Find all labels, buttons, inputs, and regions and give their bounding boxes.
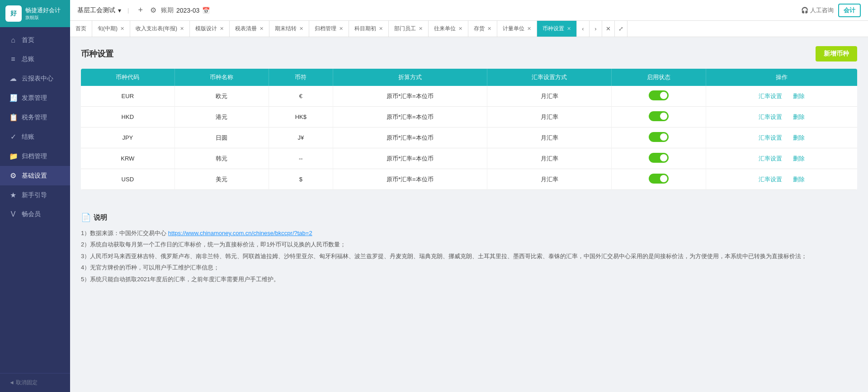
sidebar-item-tax[interactable]: 📋 税务管理 <box>0 108 70 127</box>
rate-setting-link-1[interactable]: 汇率设置 <box>759 113 782 120</box>
sidebar-item-reports[interactable]: ☁ 云报表中心 <box>0 69 70 88</box>
toggle-track-4 <box>649 174 669 184</box>
tab-inventory[interactable]: 存货✕ <box>468 21 497 37</box>
cell-rate-type-1: 月汇率 <box>487 107 611 128</box>
delete-link-2[interactable]: 删除 <box>793 134 805 141</box>
tabs-prev-button[interactable]: ‹ <box>577 21 590 37</box>
tab-close-contact[interactable]: ✕ <box>458 26 462 32</box>
toggle-thumb-2 <box>660 133 667 141</box>
cell-symbol-2: J¥ <box>269 128 333 148</box>
col-code: 币种代码 <box>81 69 175 86</box>
tab-label-inventory: 存货 <box>474 25 485 33</box>
tab-tax_clear[interactable]: 税表清册✕ <box>230 21 269 37</box>
sidebar-item-member[interactable]: V 畅会员 <box>0 205 70 224</box>
cell-toggle-0[interactable] <box>612 86 706 107</box>
delete-link-0[interactable]: 删除 <box>793 93 805 99</box>
note-item-4: 5）系统只能自动抓取2021年度后的汇率，之前年度汇率需要用户手工维护。 <box>81 274 857 284</box>
sidebar-item-general[interactable]: ≡ 总账 <box>0 50 70 69</box>
tab-close-tax_clear[interactable]: ✕ <box>259 26 264 32</box>
sidebar-item-home[interactable]: ⌂ 首页 <box>0 31 70 50</box>
settings-icon[interactable]: ⚙ <box>150 6 156 14</box>
toggle-thumb-4 <box>660 175 667 182</box>
tab-close-account_init[interactable]: ✕ <box>379 26 383 32</box>
member-icon: V <box>9 210 17 218</box>
note-item-1: 2）系统自动获取每月第一个工作日的汇率标价，统一为直接标价法，即1外币可以兑换的… <box>81 239 857 250</box>
sidebar-label-invoices: 发票管理 <box>22 94 47 102</box>
cell-toggle-3[interactable] <box>612 148 706 169</box>
tab-close-currency[interactable]: ✕ <box>567 26 571 32</box>
tab-home[interactable]: 首页 <box>70 21 92 37</box>
toggle-0[interactable] <box>649 90 669 100</box>
sidebar-nav: ⌂ 首页 ≡ 总账 ☁ 云报表中心 🧾 发票管理 📋 税务管理 ✓ 结账 📁 归… <box>0 27 70 373</box>
delete-link-3[interactable]: 删除 <box>793 155 805 162</box>
tab-income[interactable]: 收入支出表(年报)✕ <box>130 21 190 37</box>
col-calc: 折算方式 <box>333 69 487 86</box>
cell-code-4: USD <box>81 169 175 190</box>
sidebar-pin-toggle[interactable]: ◄ 取消固定 <box>0 373 70 392</box>
cell-symbol-0: € <box>269 86 333 107</box>
notes-title: 📄 说明 <box>81 213 857 222</box>
tab-unit[interactable]: 计量单位✕ <box>497 21 537 37</box>
tab-department[interactable]: 部门员工✕ <box>389 21 429 37</box>
sidebar-label-reports: 云报表中心 <box>22 75 53 83</box>
new-currency-button[interactable]: 新增币种 <box>816 46 857 61</box>
add-tab-button[interactable]: + <box>135 5 146 16</box>
guide-icon: ★ <box>9 191 17 199</box>
rate-setting-link-3[interactable]: 汇率设置 <box>759 155 782 162</box>
cell-toggle-1[interactable] <box>612 107 706 128</box>
delete-link-1[interactable]: 删除 <box>793 113 805 120</box>
tab-period_close[interactable]: 期末结转✕ <box>269 21 309 37</box>
rate-setting-link-0[interactable]: 汇率设置 <box>759 93 782 99</box>
toggle-2[interactable] <box>649 132 669 142</box>
period-label: 账期 <box>161 6 174 14</box>
account-button[interactable]: 会计 <box>838 4 861 17</box>
toggle-track-2 <box>649 132 669 142</box>
sidebar-item-invoices[interactable]: 🧾 发票管理 <box>0 88 70 108</box>
cell-toggle-4[interactable] <box>612 169 706 190</box>
rate-setting-link-2[interactable]: 汇率设置 <box>759 134 782 141</box>
toggle-3[interactable] <box>649 153 669 163</box>
tab-label-template: 模版设计 <box>195 25 217 33</box>
tabs-next-button[interactable]: › <box>590 21 602 37</box>
cell-symbol-4: $ <box>269 169 333 190</box>
sidebar-item-settings[interactable]: ⚙ 基础设置 <box>0 166 70 185</box>
tab-close-inventory[interactable]: ✕ <box>487 26 491 32</box>
tab-close-archive[interactable]: ✕ <box>339 26 343 32</box>
tabs-close-button[interactable]: ✕ <box>602 21 615 37</box>
page-content: 币种设置 新增币种 币种代码 币种名称 币符 折算方式 汇率设置方式 启用状态 … <box>70 37 868 392</box>
toggle-4[interactable] <box>649 174 669 184</box>
col-name: 币种名称 <box>175 69 269 86</box>
delete-link-4[interactable]: 删除 <box>793 176 805 183</box>
tab-close-department[interactable]: ✕ <box>419 26 423 32</box>
support-button[interactable]: 🎧 人工咨询 <box>801 6 834 14</box>
china-money-link[interactable]: https://www.chinamoney.com.cn/chinese/bk… <box>168 230 312 236</box>
general-icon: ≡ <box>9 55 17 63</box>
tab-close-income[interactable]: ✕ <box>180 26 184 32</box>
toggle-1[interactable] <box>649 111 669 121</box>
col-status: 启用状态 <box>612 69 706 86</box>
cell-toggle-2[interactable] <box>612 128 706 148</box>
tab-contact[interactable]: 往来单位✕ <box>429 21 468 37</box>
tab-template[interactable]: 模版设计✕ <box>190 21 230 37</box>
sidebar-item-settle[interactable]: ✓ 结账 <box>0 127 70 146</box>
tab-close-template[interactable]: ✕ <box>220 26 224 32</box>
sidebar-item-archive[interactable]: 📁 归档管理 <box>0 146 70 166</box>
cell-calc-1: 原币*汇率=本位币 <box>333 107 487 128</box>
tab-label-currency: 币种设置 <box>542 25 564 33</box>
rate-setting-link-4[interactable]: 汇率设置 <box>759 176 782 183</box>
tab-period[interactable]: 旬(中期)✕ <box>92 21 130 37</box>
tab-close-period_close[interactable]: ✕ <box>299 26 303 32</box>
sidebar-item-guide[interactable]: ★ 新手引导 <box>0 185 70 205</box>
tabs-expand-button[interactable]: ⤢ <box>615 21 627 37</box>
app-name: 畅捷通好会计 <box>25 7 61 14</box>
tab-close-period[interactable]: ✕ <box>120 26 124 32</box>
tab-close-unit[interactable]: ✕ <box>527 26 531 32</box>
cell-name-4: 美元 <box>175 169 269 190</box>
calendar-icon[interactable]: 📅 <box>202 7 210 14</box>
table-row: EUR 欧元 € 原币*汇率=本位币 月汇率 汇率设置 删除 <box>81 86 857 107</box>
cell-actions-4: 汇率设置 删除 <box>706 169 857 190</box>
tab-currency[interactable]: 币种设置✕ <box>537 21 577 37</box>
tab-account_init[interactable]: 科目期初✕ <box>349 21 389 37</box>
tab-archive[interactable]: 归档管理✕ <box>309 21 349 37</box>
company-selector[interactable]: 基层工会测试 ▾ <box>77 6 121 14</box>
